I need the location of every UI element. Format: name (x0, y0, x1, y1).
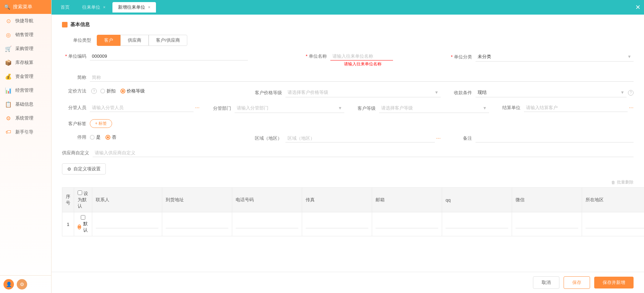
tab-new-partner-close[interactable]: × (148, 5, 150, 10)
settlement-unit-input[interactable] (524, 104, 628, 112)
tab-partners-close[interactable]: × (103, 5, 105, 10)
unit-type-customer-btn[interactable]: 客户 (97, 35, 120, 46)
customer-level-arrow: ▼ (483, 106, 487, 111)
settlement-dots[interactable]: ··· (629, 105, 634, 111)
inventory-icon: 📦 (5, 59, 12, 66)
row-wechat[interactable] (512, 212, 582, 236)
supplier-custom-input[interactable] (93, 149, 634, 157)
manager-dots[interactable]: ··· (195, 105, 199, 111)
unit-type-both-btn[interactable]: 客户/供应商 (149, 35, 187, 46)
unit-type-row: 单位类型 客户 供应商 客户/供应商 (62, 35, 634, 46)
save-button[interactable]: 保存 (564, 276, 590, 289)
customer-level-select[interactable]: 请选择客户等级 ▼ (379, 104, 489, 113)
tab-bar: 首页 往来单位 × 新增往来单位 × ✕ (52, 0, 644, 15)
settings-icon[interactable]: ⚙ (17, 279, 27, 290)
tab-home[interactable]: 首页 (55, 2, 75, 13)
pricing-discount-option[interactable]: 折扣 (100, 88, 116, 94)
email-input[interactable] (376, 220, 438, 228)
sidebar-item-quick-nav[interactable]: ⊙ 快捷导航 (0, 14, 51, 28)
disabled-yes-radio (90, 135, 95, 140)
sidebar-item-system[interactable]: ⚙ 系统管理 (0, 111, 51, 125)
sidebar-item-basic-info[interactable]: 📋 基础信息 (0, 97, 51, 111)
price-level-label: 客户价格等级 (255, 90, 285, 96)
sidebar-item-guide[interactable]: 🏷 新手引导 (0, 125, 51, 139)
operations-icon: 📊 (5, 87, 12, 94)
disabled-no-radio (105, 135, 110, 140)
row-contact[interactable] (92, 212, 162, 236)
col-qq: qq (442, 188, 512, 212)
manager-label: 分管人员 (62, 105, 90, 111)
sidebar-search-label: 搜索菜单 (13, 4, 32, 10)
col-fax: 传真 (302, 188, 372, 212)
add-tag-btn[interactable]: + 标签 (90, 119, 112, 128)
disabled-yes-option[interactable]: 是 (90, 134, 101, 140)
disabled-label: 停用 (62, 134, 90, 140)
sidebar-search[interactable]: 🔍 搜索菜单 (0, 0, 51, 14)
disabled-yes-label: 是 (96, 134, 101, 140)
address-input[interactable] (166, 220, 228, 228)
wechat-input[interactable] (516, 220, 578, 228)
payment-help-icon[interactable]: ? (628, 90, 634, 96)
form-area: 基本信息 单位类型 客户 供应商 客户/供应商 单位编码 单位名称 请输入往来单… (52, 15, 644, 272)
region-dots[interactable]: ··· (436, 135, 441, 141)
unit-type-supplier-btn[interactable]: 供应商 (120, 35, 149, 46)
payment-terms-value: 现结 (478, 89, 620, 96)
region-input[interactable] (285, 134, 435, 143)
custom-settings-btn[interactable]: ⚙ 自定义项设置 (62, 163, 106, 174)
finance-icon: 💰 (5, 73, 12, 80)
sidebar-item-label: 系统管理 (15, 115, 33, 121)
row-email[interactable] (372, 212, 442, 236)
sidebar-item-sales[interactable]: ◎ 销售管理 (0, 28, 51, 42)
row-fax[interactable] (302, 212, 372, 236)
table-row: 1 默认 (62, 212, 644, 236)
fax-input[interactable] (306, 220, 368, 228)
col-default: 设为默认 (74, 188, 92, 212)
payment-terms-select[interactable]: 现结 ▼ (476, 88, 627, 97)
tab-partners-label: 往来单位 (82, 4, 100, 10)
price-level-select[interactable]: 请选择客户价格等级 ▼ (285, 88, 441, 97)
main-area: 首页 往来单位 × 新增往来单位 × ✕ 基本信息 单位类型 客户 供应商 客户… (52, 0, 644, 293)
field-department: 分管部门 请输入分管部门 ▼ (207, 104, 345, 113)
tab-new-partner[interactable]: 新增往来单位 × (112, 2, 156, 13)
department-value: 请输入分管部门 (237, 105, 338, 111)
qq-input[interactable] (446, 220, 508, 228)
row-default-radio[interactable]: 默认 (78, 221, 88, 233)
row-qq[interactable] (442, 212, 512, 236)
unit-code-input[interactable] (90, 52, 248, 60)
row-region[interactable] (582, 212, 644, 236)
batch-delete-btn[interactable]: 🗑 批量删除 (611, 179, 634, 185)
field-settlement-unit: 结算单位 ··· (496, 104, 634, 112)
row-index: 1 (62, 212, 74, 236)
select-all-checkbox[interactable] (78, 190, 82, 195)
row-checkbox[interactable] (81, 215, 85, 220)
manager-input[interactable] (90, 104, 194, 112)
department-select[interactable]: 请输入分管部门 ▼ (235, 104, 345, 113)
sidebar-item-operations[interactable]: 📊 经营管理 (0, 83, 51, 97)
unit-category-select[interactable]: 未分类 ▼ (476, 52, 634, 62)
save-new-button[interactable]: 保存并新增 (594, 277, 634, 288)
unit-name-input[interactable] (330, 52, 393, 60)
sidebar-item-inventory[interactable]: 📦 库存核算 (0, 56, 51, 70)
basic-info-icon: 📋 (5, 101, 12, 108)
user-avatar[interactable]: 👤 (3, 279, 14, 290)
row-region-input[interactable] (586, 220, 644, 228)
phone-input[interactable] (236, 220, 298, 228)
sidebar-item-finance[interactable]: 💰 资金管理 (0, 70, 51, 83)
custom-settings-label: 自定义项设置 (73, 166, 101, 172)
remark-input[interactable] (476, 134, 634, 143)
contact-input[interactable] (96, 220, 158, 228)
disabled-no-option[interactable]: 否 (105, 134, 116, 140)
pricing-level-radio (120, 89, 125, 93)
department-arrow: ▼ (338, 106, 342, 111)
row-phone[interactable] (232, 212, 302, 236)
tab-partners[interactable]: 往来单位 × (77, 2, 111, 13)
cancel-button[interactable]: 取消 (533, 276, 559, 289)
sidebar-item-purchase[interactable]: 🛒 采购管理 (0, 42, 51, 56)
close-all-icon[interactable]: ✕ (635, 3, 641, 11)
pricing-level-option[interactable]: 价格等级 (120, 88, 145, 94)
pricing-help-icon[interactable]: ? (91, 88, 97, 94)
guide-icon: 🏷 (5, 129, 12, 136)
field-region: 区域（地区） ··· (255, 134, 441, 143)
short-name-input[interactable] (90, 73, 634, 82)
row-address[interactable] (162, 212, 232, 236)
